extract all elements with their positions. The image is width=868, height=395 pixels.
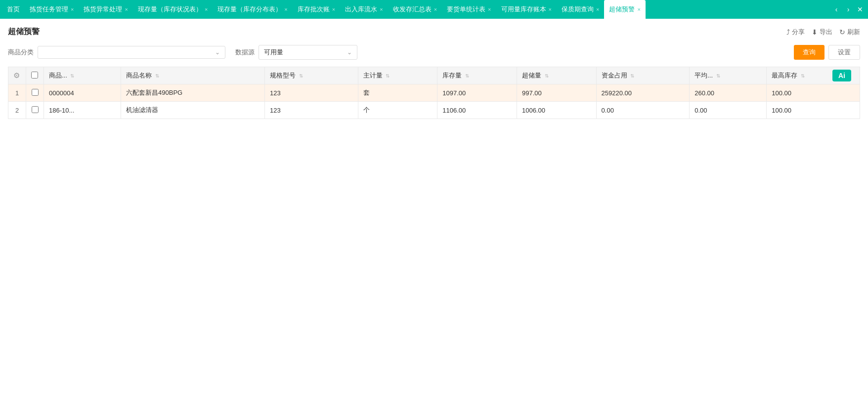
row-unit: 个 xyxy=(358,102,437,119)
nav-tab-label: 现存量（库存状况表） xyxy=(138,5,202,14)
nav-tab-label: 首页 xyxy=(7,5,20,14)
nav-tab-1[interactable]: 拣货任务管理× xyxy=(25,0,79,19)
nav-tab-close[interactable]: × xyxy=(434,6,437,12)
th-product-code-label: 商品... xyxy=(49,72,67,79)
nav-tab-0[interactable]: 首页 xyxy=(2,0,25,19)
row-stock: 1097.00 xyxy=(437,84,517,102)
sort-icon: ⇅ xyxy=(70,73,74,79)
nav-tab-10[interactable]: 保质期查询× xyxy=(557,0,604,19)
row-product-name: 六配套新昌490BPG xyxy=(121,84,265,102)
nav-tab-11[interactable]: 超储预警× xyxy=(604,0,645,19)
nav-tab-9[interactable]: 可用量库存账本× xyxy=(496,0,557,19)
row-capital: 259220.00 xyxy=(596,84,690,102)
row-spec: 123 xyxy=(265,102,358,119)
sort-icon: ⇅ xyxy=(716,73,720,79)
nav-tab-label: 可用量库存账本 xyxy=(501,5,546,14)
th-overstock[interactable]: 超储量 ⇅ xyxy=(517,67,596,84)
row-avg: 0.00 xyxy=(690,102,767,119)
page-title: 超储预警 xyxy=(8,27,40,37)
row-product-code: 186-10... xyxy=(44,102,121,119)
nav-close-arrow[interactable]: ✕ xyxy=(854,0,866,19)
th-unit-label: 主计量 xyxy=(363,72,383,79)
row-checkbox-cell xyxy=(26,102,44,119)
nav-tab-7[interactable]: 收发存汇总表× xyxy=(388,0,442,19)
row-checkbox[interactable] xyxy=(32,89,39,96)
share-button[interactable]: ⤴ 分享 xyxy=(786,28,805,37)
nav-tab-close[interactable]: × xyxy=(549,6,552,12)
data-source-label: 数据源 xyxy=(235,48,255,57)
nav-tab-6[interactable]: 出入库流水× xyxy=(340,0,388,19)
th-max-stock-label: 最高库存 xyxy=(772,72,797,79)
row-max-stock: 100.00 xyxy=(767,102,860,119)
sort-icon: ⇅ xyxy=(299,73,303,79)
export-button[interactable]: ⬇ 导出 xyxy=(812,28,832,37)
share-icon: ⤴ xyxy=(786,28,790,36)
nav-tab-label: 拣货异常处理 xyxy=(84,5,122,14)
nav-tab-3[interactable]: 现存量（库存状况表）× xyxy=(133,0,213,19)
row-overstock: 1006.00 xyxy=(517,102,596,119)
row-index: 1 xyxy=(8,84,26,102)
sort-icon: ⇅ xyxy=(386,73,390,79)
ai-badge[interactable]: Ai xyxy=(832,70,851,81)
row-capital: 0.00 xyxy=(596,102,690,119)
th-avg[interactable]: 平均... ⇅ xyxy=(690,67,767,84)
nav-tab-label: 要货单统计表 xyxy=(447,5,485,14)
sort-icon: ⇅ xyxy=(465,73,469,79)
row-unit: 套 xyxy=(358,84,437,102)
th-capital[interactable]: 资金占用 ⇅ xyxy=(596,67,690,84)
nav-tab-close[interactable]: × xyxy=(284,6,287,12)
nav-tab-close[interactable]: × xyxy=(332,6,335,12)
header-actions: ⤴ 分享 ⬇ 导出 ↻ 刷新 xyxy=(786,28,860,37)
settings-button[interactable]: 设置 xyxy=(828,45,860,60)
nav-tab-8[interactable]: 要货单统计表× xyxy=(442,0,496,19)
th-overstock-label: 超储量 xyxy=(522,72,541,79)
gear-icon[interactable]: ⚙ xyxy=(13,71,20,79)
nav-tab-label: 超储预警 xyxy=(609,5,635,14)
data-source-value: 可用量 xyxy=(264,48,347,57)
nav-tab-label: 拣货任务管理 xyxy=(30,5,68,14)
nav-tab-4[interactable]: 现存量（库存分布表）× xyxy=(213,0,292,19)
th-product-name[interactable]: 商品名称 ⇅ xyxy=(121,67,265,84)
product-category-select[interactable]: ⌄ xyxy=(38,46,225,59)
nav-tab-close[interactable]: × xyxy=(71,6,74,12)
nav-tab-label: 保质期查询 xyxy=(562,5,594,14)
nav-tab-close[interactable]: × xyxy=(488,6,491,12)
nav-tab-close[interactable]: × xyxy=(125,6,128,12)
select-all-checkbox[interactable] xyxy=(31,72,38,79)
th-spec[interactable]: 规格型号 ⇅ xyxy=(265,67,358,84)
th-stock-label: 库存量 xyxy=(442,72,462,79)
sort-icon: ⇅ xyxy=(630,73,634,79)
row-avg: 260.00 xyxy=(690,84,767,102)
data-source-select[interactable]: 可用量 ⌄ xyxy=(259,45,357,60)
nav-tab-close[interactable]: × xyxy=(205,6,208,12)
filter-area: 商品分类 ⌄ 数据源 可用量 ⌄ 查询 设置 xyxy=(8,45,860,60)
table-body: 1 0000004 六配套新昌490BPG 123 套 1097.00 997.… xyxy=(8,84,860,119)
nav-tab-close[interactable]: × xyxy=(637,6,640,12)
product-category-filter: 商品分类 ⌄ xyxy=(8,46,225,59)
product-category-label: 商品分类 xyxy=(8,48,34,57)
row-checkbox[interactable] xyxy=(32,106,39,113)
nav-tab-close[interactable]: × xyxy=(380,6,383,12)
th-unit[interactable]: 主计量 ⇅ xyxy=(358,67,437,84)
nav-tab-2[interactable]: 拣货异常处理× xyxy=(79,0,132,19)
th-stock[interactable]: 库存量 ⇅ xyxy=(437,67,517,84)
row-overstock: 997.00 xyxy=(517,84,596,102)
nav-prev-arrow[interactable]: ‹ xyxy=(830,0,842,19)
th-avg-label: 平均... xyxy=(694,72,713,79)
chevron-down-icon: ⌄ xyxy=(347,49,352,56)
th-gear: ⚙ xyxy=(8,67,26,84)
row-product-name: 机油滤清器 xyxy=(121,102,265,119)
refresh-button[interactable]: ↻ 刷新 xyxy=(839,28,860,37)
nav-tab-label: 收发存汇总表 xyxy=(393,5,432,14)
query-button[interactable]: 查询 xyxy=(794,45,825,60)
page-content: 超储预警 ⤴ 分享 ⬇ 导出 ↻ 刷新 商品分类 ⌄ 数据源 xyxy=(0,19,868,395)
nav-tab-5[interactable]: 库存批次账× xyxy=(293,0,340,19)
row-max-stock: 100.00 xyxy=(767,84,860,102)
th-product-code[interactable]: 商品... ⇅ xyxy=(44,67,121,84)
row-stock: 1106.00 xyxy=(437,102,517,119)
nav-tab-close[interactable]: × xyxy=(596,6,599,12)
row-checkbox-cell xyxy=(26,84,44,102)
top-nav: 首页拣货任务管理×拣货异常处理×现存量（库存状况表）×现存量（库存分布表）×库存… xyxy=(0,0,868,19)
table-row: 1 0000004 六配套新昌490BPG 123 套 1097.00 997.… xyxy=(8,84,860,102)
nav-next-arrow[interactable]: › xyxy=(842,0,854,19)
